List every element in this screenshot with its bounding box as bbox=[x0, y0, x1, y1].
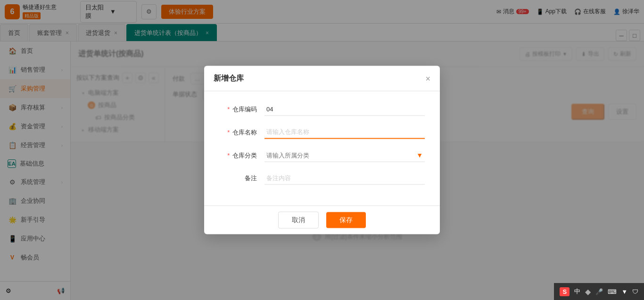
modal-title: 新增仓库 bbox=[214, 74, 244, 83]
taskbar: S 中 ◆ 🎤 ⌨ ▼ 🛡 bbox=[554, 283, 644, 300]
form-row-remark: 备注 bbox=[219, 172, 425, 185]
taskbar-s-logo: S bbox=[560, 287, 570, 296]
code-required-star: * bbox=[227, 106, 230, 113]
category-select-wrap[interactable]: ▼ bbox=[264, 149, 425, 162]
modal-close-button[interactable]: × bbox=[425, 74, 430, 83]
taskbar-shield-icon: 🛡 bbox=[632, 288, 638, 295]
taskbar-mic-icon[interactable]: 🎤 bbox=[595, 288, 603, 295]
taskbar-keyboard-icon[interactable]: ⌨ bbox=[608, 288, 617, 295]
form-row-category: * 仓库分类 ▼ bbox=[219, 149, 425, 162]
warehouse-name-input[interactable] bbox=[264, 125, 425, 139]
category-select-input[interactable] bbox=[266, 151, 416, 158]
modal-body: * 仓库编码 * 仓库名称 * 仓库分类 ▼ bbox=[204, 92, 440, 206]
name-required-star: * bbox=[227, 128, 230, 135]
remark-label: 备注 bbox=[219, 174, 257, 183]
remark-input[interactable] bbox=[264, 172, 425, 185]
modal-footer: 取消 保存 bbox=[204, 206, 440, 234]
code-label: * 仓库编码 bbox=[219, 105, 257, 114]
save-button[interactable]: 保存 bbox=[326, 212, 366, 228]
cancel-button[interactable]: 取消 bbox=[278, 212, 319, 229]
new-warehouse-modal: 新增仓库 × * 仓库编码 * 仓库名称 * 仓库分类 bbox=[204, 66, 440, 234]
form-row-code: * 仓库编码 bbox=[219, 103, 425, 116]
taskbar-zh-button[interactable]: 中 bbox=[574, 287, 580, 296]
name-label: * 仓库名称 bbox=[219, 128, 257, 136]
warehouse-code-input[interactable] bbox=[264, 103, 425, 116]
taskbar-diamond-icon: ◆ bbox=[585, 287, 591, 296]
category-required-star: * bbox=[227, 151, 230, 158]
modal-header: 新增仓库 × bbox=[204, 66, 440, 92]
form-row-name: * 仓库名称 bbox=[219, 125, 425, 139]
category-label: * 仓库分类 bbox=[219, 151, 257, 159]
category-dropdown-icon: ▼ bbox=[416, 151, 423, 159]
taskbar-arrow-icon[interactable]: ▼ bbox=[621, 288, 627, 295]
